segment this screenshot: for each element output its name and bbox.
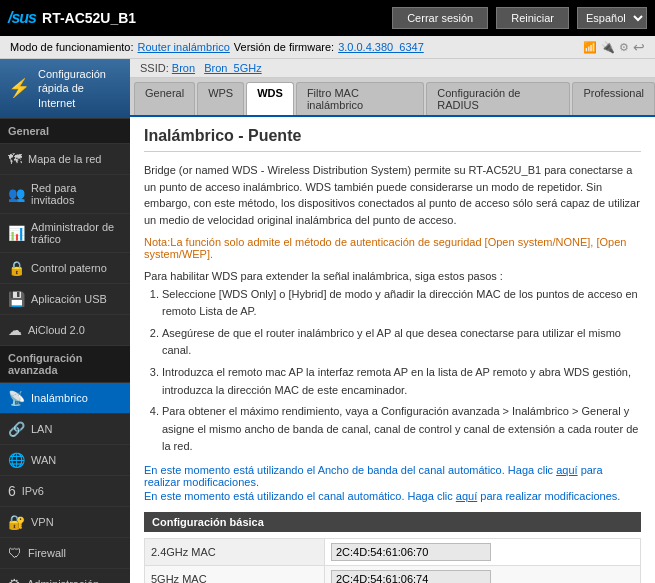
content-area: SSID: Bron Bron_5GHz General WPS WDS Fil…	[130, 59, 655, 583]
main-layout: ⚡ Configuración rápida de Internet Gener…	[0, 59, 655, 583]
sidebar-item-label: IPv6	[22, 485, 44, 497]
sidebar-item-label: WAN	[31, 454, 56, 466]
model-name: RT-AC52U_B1	[42, 10, 136, 26]
sidebar-item-trafico[interactable]: 📊 Administrador de tráfico	[0, 214, 130, 253]
wan-icon: 🌐	[8, 452, 25, 468]
mac5-input[interactable]	[331, 570, 491, 583]
sidebar-item-label: Administrador de tráfico	[31, 221, 122, 245]
sidebar-item-red-invitados[interactable]: 👥 Red para invitados	[0, 175, 130, 214]
tab-radius[interactable]: Configuración de RADIUS	[426, 82, 570, 115]
note-text: Nota:La función solo admite el método de…	[144, 236, 641, 260]
mac24-input[interactable]	[331, 543, 491, 561]
sidebar-item-label: Aplicación USB	[31, 293, 107, 305]
page-title: Inalámbrico - Puente	[144, 127, 641, 152]
sidebar-item-vpn[interactable]: 🔐 VPN	[0, 507, 130, 538]
sidebar-item-label: AiCloud 2.0	[28, 324, 85, 336]
firmware-value[interactable]: 3.0.0.4.380_6347	[338, 41, 424, 53]
admin-icon: ⚙	[8, 576, 21, 583]
sidebar-item-mapa[interactable]: 🗺 Mapa de la red	[0, 144, 130, 175]
info-link-1: En este momento está utilizando el Ancho…	[144, 464, 641, 488]
cloud-icon: ☁	[8, 322, 22, 338]
sidebar-item-lan[interactable]: 🔗 LAN	[0, 414, 130, 445]
info-links: En este momento está utilizando el Ancho…	[144, 464, 641, 502]
sidebar-item-label: LAN	[31, 423, 52, 435]
sidebar-item-inalambrico[interactable]: 📡 Inalámbrico	[0, 383, 130, 414]
step-2: Asegúrese de que el router inalámbrico y…	[162, 325, 641, 360]
status-icons: 📶 🔌 ⚙ ↩	[583, 39, 645, 55]
mac24-row: 2.4GHz MAC	[145, 538, 641, 565]
sidebar-item-label: Control paterno	[31, 262, 107, 274]
sidebar-item-admin[interactable]: ⚙ Administración	[0, 569, 130, 583]
step-3: Introduzca el remoto mac AP la interfaz …	[162, 364, 641, 399]
language-select[interactable]: Español	[577, 7, 647, 29]
sidebar-item-aicloud[interactable]: ☁ AiCloud 2.0	[0, 315, 130, 346]
lan-icon: 🔗	[8, 421, 25, 437]
logo-area: /sus RT-AC52U_B1	[8, 9, 384, 27]
sidebar-item-ipv6[interactable]: 6️ IPv6	[0, 476, 130, 507]
link-1[interactable]: aquí	[556, 464, 577, 476]
sidebar-avanzada-header: Configuración avanzada	[0, 346, 130, 383]
description-text: Bridge (or named WDS - Wireless Distribu…	[144, 162, 641, 228]
icon-info: ↩	[633, 39, 645, 55]
ipv6-icon: 6️	[8, 483, 16, 499]
header: /sus RT-AC52U_B1 Cerrar sesión Reiniciar…	[0, 0, 655, 36]
tab-wds[interactable]: WDS	[246, 82, 294, 115]
sidebar-item-wan[interactable]: 🌐 WAN	[0, 445, 130, 476]
logout-button[interactable]: Cerrar sesión	[392, 7, 488, 29]
mac5-row: 5GHz MAC	[145, 565, 641, 583]
mac5-value-cell	[325, 565, 641, 583]
mode-value[interactable]: Router inalámbrico	[138, 41, 230, 53]
sidebar-item-label: Firewall	[28, 547, 66, 559]
reboot-button[interactable]: Reiniciar	[496, 7, 569, 29]
instructions-header: Para habilitar WDS para extender la seña…	[144, 268, 641, 456]
mac24-value-cell	[325, 538, 641, 565]
sidebar-item-control[interactable]: 🔒 Control paterno	[0, 253, 130, 284]
ssid2-link[interactable]: Bron_5GHz	[204, 62, 261, 74]
mode-label: Modo de funcionamiento:	[10, 41, 134, 53]
config-table: 2.4GHz MAC 5GHz MAC Banda 5GHZ	[144, 538, 641, 583]
tab-wps[interactable]: WPS	[197, 82, 244, 115]
info-link-2: En este momento está utilizando el canal…	[144, 490, 641, 502]
sidebar-item-label: VPN	[31, 516, 54, 528]
firewall-icon: 🛡	[8, 545, 22, 561]
sidebar-general-header: General	[0, 119, 130, 144]
sidebar: ⚡ Configuración rápida de Internet Gener…	[0, 59, 130, 583]
icon-signal: 📶	[583, 41, 597, 54]
usb-icon: 💾	[8, 291, 25, 307]
icon-settings: ⚙	[619, 41, 629, 54]
link-2[interactable]: aquí	[456, 490, 477, 502]
traffic-icon: 📊	[8, 225, 25, 241]
quick-setup-item[interactable]: ⚡ Configuración rápida de Internet	[0, 59, 130, 119]
tab-filtro[interactable]: Filtro MAC inalámbrico	[296, 82, 424, 115]
sidebar-item-firewall[interactable]: 🛡 Firewall	[0, 538, 130, 569]
network-map-icon: 🗺	[8, 151, 22, 167]
sidebar-item-label: Administración	[27, 578, 99, 583]
wifi-icon: 📡	[8, 390, 25, 406]
sidebar-item-label: Red para invitados	[31, 182, 122, 206]
page-content: Inalámbrico - Puente Bridge (or named WD…	[130, 117, 655, 583]
status-bar: Modo de funcionamiento: Router inalámbri…	[0, 36, 655, 59]
sidebar-item-usb[interactable]: 💾 Aplicación USB	[0, 284, 130, 315]
config-section-header: Configuración básica	[144, 512, 641, 532]
tab-general[interactable]: General	[134, 82, 195, 115]
vpn-icon: 🔐	[8, 514, 25, 530]
ssid1-link[interactable]: Bron	[172, 62, 195, 74]
tab-professional[interactable]: Professional	[572, 82, 655, 115]
mac24-label: 2.4GHz MAC	[145, 538, 325, 565]
quick-setup-icon: ⚡	[8, 77, 30, 99]
steps-list: Seleccione [WDS Only] o [Hybrid] de modo…	[144, 286, 641, 456]
quick-setup-label: Configuración rápida de Internet	[38, 67, 122, 110]
asus-logo: /sus	[8, 9, 36, 27]
tab-bar: General WPS WDS Filtro MAC inalámbrico C…	[130, 78, 655, 117]
mac5-label: 5GHz MAC	[145, 565, 325, 583]
parental-icon: 🔒	[8, 260, 25, 276]
step-4: Para obtener el máximo rendimiento, vaya…	[162, 403, 641, 456]
sidebar-item-label: Mapa de la red	[28, 153, 101, 165]
firmware-label: Versión de firmware:	[234, 41, 334, 53]
ssid-label: SSID:	[140, 62, 169, 74]
step-1: Seleccione [WDS Only] o [Hybrid] de modo…	[162, 286, 641, 321]
sidebar-item-label: Inalámbrico	[31, 392, 88, 404]
icon-usb: 🔌	[601, 41, 615, 54]
ssid-bar: SSID: Bron Bron_5GHz	[130, 59, 655, 78]
guest-network-icon: 👥	[8, 186, 25, 202]
